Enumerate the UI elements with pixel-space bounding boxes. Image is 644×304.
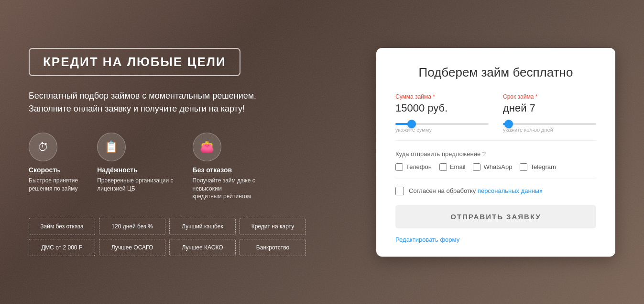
send-telegram-label: Telegram bbox=[530, 163, 556, 170]
consent-text: Согласен на обработку персональных данны… bbox=[409, 187, 543, 194]
consent-row: Согласен на обработку персональных данны… bbox=[395, 187, 596, 195]
no-refusal-icon: 👛 bbox=[193, 133, 221, 161]
send-to-section: Куда отправить предложение ? Телефон Ema… bbox=[395, 150, 596, 171]
tag-osago[interactable]: Лучшее ОСАГО bbox=[99, 239, 165, 256]
page-wrapper: КРЕДИТ НА ЛЮБЫЕ ЦЕЛИ Бесплатный подбор з… bbox=[0, 0, 644, 304]
tag-no-refusal[interactable]: Займ без отказа bbox=[29, 218, 95, 235]
loan-form: Подберем займ бесплатно Сумма займа * 15… bbox=[376, 48, 615, 257]
divider-2 bbox=[395, 179, 596, 179]
hero-subtitle: Бесплатный подбор займов с моментальным … bbox=[29, 90, 335, 115]
feature-reliability-title[interactable]: Надёжность bbox=[97, 166, 138, 174]
tag-kasko[interactable]: Лучшее КАСКО bbox=[169, 239, 236, 256]
hero-title-box: КРЕДИТ НА ЛЮБЫЕ ЦЕЛИ bbox=[29, 48, 240, 76]
tag-bankruptcy[interactable]: Банкротство bbox=[240, 239, 306, 256]
tag-120-days[interactable]: 120 дней без % bbox=[99, 218, 165, 235]
left-section: КРЕДИТ НА ЛЮБЫЕ ЦЕЛИ Бесплатный подбор з… bbox=[29, 48, 335, 256]
loan-term-value: дней 7 bbox=[503, 102, 596, 114]
feature-no-refusal: 👛 Без отказов Получайте займ даже с невы… bbox=[193, 133, 269, 201]
send-email-checkbox[interactable] bbox=[439, 163, 447, 171]
send-phone-checkbox[interactable] bbox=[395, 163, 403, 171]
send-whatsapp-checkbox[interactable] bbox=[473, 163, 480, 171]
form-title: Подберем займ бесплатно bbox=[395, 65, 596, 80]
send-whatsapp-label: WhatsApp bbox=[483, 163, 512, 170]
features-row: ⏱ Скорость Быстрое принятие решения по з… bbox=[29, 133, 335, 201]
send-option-telegram[interactable]: Telegram bbox=[520, 163, 556, 171]
consent-link[interactable]: персональных данных bbox=[478, 187, 543, 194]
send-phone-label: Телефон bbox=[406, 163, 432, 170]
consent-checkbox[interactable] bbox=[395, 187, 404, 195]
divider-1 bbox=[395, 140, 596, 141]
feature-reliability-desc: Проверенные организации с лицензией ЦБ bbox=[97, 177, 173, 193]
loan-amount-label: Сумма займа * bbox=[395, 93, 489, 100]
hero-title: КРЕДИТ НА ЛЮБЫЕ ЦЕЛИ bbox=[43, 55, 226, 69]
send-option-whatsapp[interactable]: WhatsApp bbox=[473, 163, 512, 171]
send-option-email[interactable]: Email bbox=[439, 163, 466, 171]
loan-amount-group: Сумма займа * 15000 руб. укажите сумму bbox=[395, 93, 489, 133]
feature-speed: ⏱ Скорость Быстрое принятие решения по з… bbox=[29, 133, 78, 201]
tags-grid: Займ без отказа 120 дней без % Лучший кэ… bbox=[29, 218, 306, 256]
tag-cashback[interactable]: Лучший кэшбек bbox=[169, 218, 236, 235]
sliders-row: Сумма займа * 15000 руб. укажите сумму С… bbox=[395, 93, 596, 133]
loan-amount-value: 15000 руб. bbox=[395, 102, 489, 114]
loan-amount-slider[interactable] bbox=[395, 123, 489, 125]
edit-form-link[interactable]: Редактировать форму bbox=[395, 236, 596, 243]
feature-no-refusal-desc: Получайте займ даже с невысоким кредитны… bbox=[193, 177, 269, 201]
reliability-icon: 📋 bbox=[97, 133, 126, 161]
loan-term-label: Срок займа * bbox=[503, 93, 596, 100]
feature-speed-title[interactable]: Скорость bbox=[29, 166, 60, 174]
feature-no-refusal-title[interactable]: Без отказов bbox=[193, 166, 232, 174]
feature-reliability: 📋 Надёжность Проверенные организации с л… bbox=[97, 133, 173, 201]
speed-icon: ⏱ bbox=[29, 133, 57, 161]
submit-button[interactable]: ОТПРАВИТЬ ЗАЯВКУ bbox=[395, 205, 596, 228]
feature-speed-desc: Быстрое принятие решения по займу bbox=[29, 177, 78, 193]
send-email-label: Email bbox=[450, 163, 466, 170]
tag-dms[interactable]: ДМС от 2 000 Р bbox=[29, 239, 95, 256]
send-option-phone[interactable]: Телефон bbox=[395, 163, 432, 171]
send-to-label: Куда отправить предложение ? bbox=[395, 150, 596, 158]
send-telegram-checkbox[interactable] bbox=[520, 163, 527, 171]
tag-credit-card[interactable]: Кредит на карту bbox=[240, 218, 306, 235]
loan-term-group: Срок займа * дней 7 укажите кол-во дней bbox=[503, 93, 596, 133]
send-options: Телефон Email WhatsApp Telegram bbox=[395, 163, 596, 171]
loan-term-slider[interactable] bbox=[503, 123, 596, 125]
